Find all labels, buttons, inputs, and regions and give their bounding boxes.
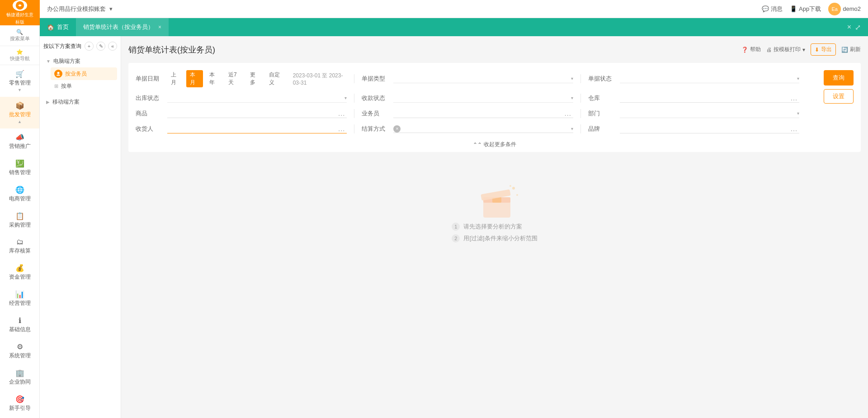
sidebar-quicknav[interactable]: ⭐ 快捷导航 bbox=[0, 46, 39, 65]
enterprise-label: 企业协同 bbox=[9, 378, 31, 386]
tree-item-order[interactable]: ⊞ 按单 bbox=[51, 80, 117, 92]
date-tab-7days[interactable]: 近7天 bbox=[225, 70, 244, 87]
sidebar-item-enterprise[interactable]: 🏢 企业协同 bbox=[0, 364, 39, 390]
sidebar-item-wholesale[interactable]: 📦 批发管理 ▲ bbox=[0, 97, 39, 128]
tree-item-salesperson[interactable]: 按业务员 bbox=[51, 67, 117, 80]
sidebar-item-retail[interactable]: 🛒 零售管理 ▼ bbox=[0, 65, 39, 97]
left-panel-header: 按以下方案查询 + ✎ « bbox=[43, 42, 117, 51]
page-title-text: 销货单统计表(按业务员) bbox=[128, 44, 215, 55]
finance-icon: 💰 bbox=[15, 264, 24, 272]
settings-btn[interactable]: 设置 bbox=[824, 89, 854, 104]
collapse-panel-btn[interactable]: « bbox=[108, 42, 117, 51]
print-label: 按模板打印 bbox=[774, 46, 801, 53]
topbar: 办公用品行业模拟账套 ▾ 💬 消息 📱 App下载 Ea demo2 bbox=[40, 0, 868, 18]
search-icon: 🔍 bbox=[16, 29, 23, 35]
goods-more-btn[interactable]: … bbox=[336, 109, 347, 118]
sidebar: 畅捷通好生意 标版 🔍 搜索菜单 ⭐ 快捷导航 🛒 零售管理 ▼ 📦 批发管理 … bbox=[0, 0, 40, 418]
logo-icon bbox=[13, 0, 27, 11]
doc-status-select[interactable]: ▾ bbox=[620, 74, 799, 83]
sidebar-item-newbie[interactable]: 🎯 新手引导 bbox=[0, 390, 39, 417]
sales-label: 销售管理 bbox=[9, 169, 31, 176]
filter-row-3: 商品 … 业务员 … 部门 bbox=[136, 109, 854, 118]
brand-group: 品牌 … bbox=[588, 125, 799, 133]
left-panel-icons: + ✎ « bbox=[85, 42, 117, 51]
print-icon: 🖨 bbox=[766, 47, 772, 53]
date-tab-this-year[interactable]: 本年 bbox=[206, 70, 222, 87]
operations-icon: 📊 bbox=[15, 290, 24, 299]
topbar-right: 💬 消息 📱 App下载 Ea demo2 bbox=[762, 3, 861, 15]
brand-more-btn[interactable]: … bbox=[788, 125, 799, 133]
hint-text-2: 用[过滤]条件来缩小分析范围 bbox=[463, 234, 537, 242]
print-btn[interactable]: 🖨 按模板打印 ▾ bbox=[766, 46, 805, 53]
payment-status-select[interactable]: ▾ bbox=[393, 94, 573, 103]
out-status-select[interactable]: ▾ bbox=[167, 94, 347, 103]
quicknav-label: 快捷导航 bbox=[0, 55, 39, 62]
sidebar-item-basic[interactable]: ℹ 基础信息 bbox=[0, 312, 39, 338]
help-btn[interactable]: ❓ 帮助 bbox=[741, 46, 761, 53]
settlement-clear-btn[interactable]: × bbox=[393, 125, 401, 133]
refresh-btn[interactable]: 🔄 刷新 bbox=[841, 46, 861, 53]
tree-pc-label: 电脑端方案 bbox=[53, 57, 80, 65]
tree-mobile-section[interactable]: ▶ 移动端方案 bbox=[43, 96, 117, 108]
warehouse-more-btn[interactable]: … bbox=[788, 94, 799, 102]
department-arrow: ▾ bbox=[797, 111, 799, 116]
date-tab-this-month[interactable]: 本月 bbox=[186, 70, 203, 87]
add-scheme-btn[interactable]: + bbox=[85, 42, 94, 51]
filter-section: 查询 设置 单据日期 上月 本月 本年 近7天 更多 自定义 bbox=[128, 63, 861, 152]
edit-scheme-btn[interactable]: ✎ bbox=[96, 42, 105, 51]
sidebar-item-system[interactable]: ⚙ 系统管理 bbox=[0, 338, 39, 364]
purchase-icon: 📋 bbox=[15, 212, 24, 220]
tree-expand-icon: ▼ bbox=[46, 59, 51, 64]
date-tab-more[interactable]: 更多 bbox=[246, 70, 263, 87]
divider-2 bbox=[580, 74, 581, 83]
logo[interactable]: 畅捷通好生意 标版 bbox=[0, 0, 40, 25]
collapse-btn[interactable]: ⌃⌃ 收起更多条件 bbox=[473, 141, 516, 148]
ecommerce-icon: 🌐 bbox=[15, 185, 24, 194]
filter-row-2: 出库状态 ▾ 收款状态 ▾ bbox=[136, 94, 854, 103]
topbar-dropdown[interactable]: ▾ bbox=[109, 5, 113, 12]
date-tab-last-month[interactable]: 上月 bbox=[167, 70, 184, 87]
sidebar-item-ecommerce[interactable]: 🌐 电商管理 bbox=[0, 181, 39, 207]
divider-4 bbox=[580, 94, 581, 103]
date-tab-custom[interactable]: 自定义 bbox=[265, 70, 286, 87]
retail-expand-icon: ▼ bbox=[18, 88, 22, 92]
help-icon: ❓ bbox=[741, 47, 748, 53]
department-select[interactable]: ▾ bbox=[620, 109, 799, 118]
app-download-label: App下载 bbox=[799, 5, 821, 13]
sidebar-item-sales[interactable]: 💹 销售管理 bbox=[0, 155, 39, 181]
left-panel-title: 按以下方案查询 bbox=[43, 43, 81, 50]
doc-status-group: 单据状态 ▾ bbox=[588, 74, 799, 83]
receiver-more-btn[interactable]: … bbox=[336, 125, 347, 133]
out-status-label: 出库状态 bbox=[136, 94, 167, 102]
date-range-text: 2023-03-01 至 2023-03-31 bbox=[293, 72, 347, 86]
user-profile[interactable]: Ea demo2 bbox=[828, 3, 861, 15]
sidebar-item-purchase[interactable]: 📋 采购管理 bbox=[0, 207, 39, 233]
doc-status-label: 单据状态 bbox=[588, 75, 620, 83]
avatar: Ea bbox=[828, 3, 841, 15]
message-label: 消息 bbox=[771, 5, 783, 13]
date-label: 单据日期 bbox=[136, 75, 167, 83]
sidebar-item-marketing[interactable]: 📣 营销推广 bbox=[0, 128, 39, 155]
receiver-input[interactable]: … bbox=[167, 125, 347, 133]
export-btn[interactable]: ⬇ 导出 bbox=[811, 43, 836, 56]
doc-type-select[interactable]: ▾ bbox=[393, 74, 573, 83]
sidebar-item-operations[interactable]: 📊 经营管理 bbox=[0, 285, 39, 312]
sidebar-search[interactable]: 🔍 搜索菜单 bbox=[0, 25, 39, 46]
logo-text: 畅捷通好生意 bbox=[6, 12, 33, 18]
message-btn[interactable]: 💬 消息 bbox=[762, 5, 783, 13]
tree-pc-section[interactable]: ▼ 电脑端方案 bbox=[43, 55, 117, 67]
app-download-btn[interactable]: 📱 App下载 bbox=[790, 5, 821, 13]
tab-window-close-btn[interactable]: × bbox=[847, 23, 851, 31]
sidebar-item-inventory[interactable]: 🗂 库存核算 bbox=[0, 233, 39, 259]
tab-active[interactable]: 销货单统计表（按业务员） × bbox=[76, 18, 169, 36]
receiver-group: 收货人 … bbox=[136, 125, 347, 133]
receiver-text-input[interactable] bbox=[167, 125, 336, 132]
logo-subtitle: 标版 bbox=[15, 19, 24, 25]
sidebar-item-finance[interactable]: 💰 资金管理 bbox=[0, 259, 39, 285]
tab-window-expand-btn[interactable]: ⤢ bbox=[855, 23, 861, 32]
query-btn[interactable]: 查询 bbox=[824, 70, 854, 86]
tab-home[interactable]: 🏠 首页 bbox=[40, 18, 76, 36]
tab-close-btn[interactable]: × bbox=[158, 24, 161, 30]
salesperson-more-btn[interactable]: … bbox=[562, 109, 573, 118]
refresh-icon: 🔄 bbox=[841, 47, 848, 53]
